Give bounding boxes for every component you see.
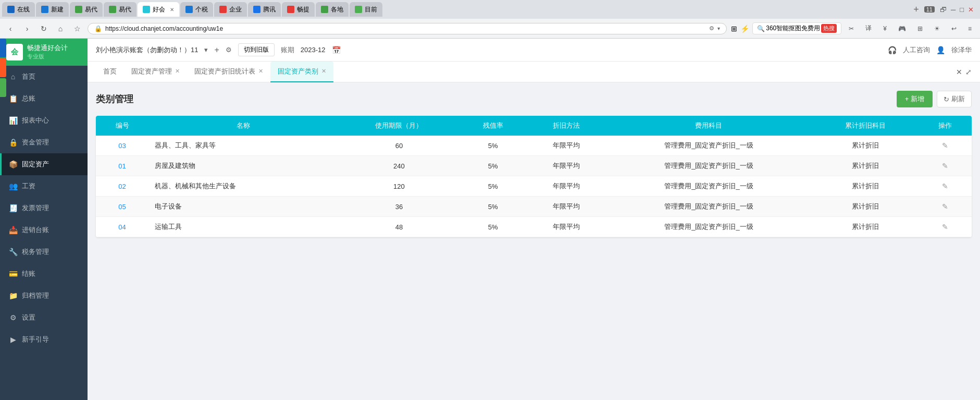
cell-residual: 5% <box>460 156 526 176</box>
sidebar-item-guide[interactable]: ▶新手引导 <box>0 329 88 350</box>
consult-label[interactable]: 人工咨询 <box>903 45 930 55</box>
sidebar-item-tax[interactable]: 🔧税务管理 <box>0 241 88 263</box>
cell-action[interactable]: ✎ <box>919 136 972 156</box>
app-tab-fixed-assets-mgmt[interactable]: 固定资产管理✕ <box>124 62 187 82</box>
cell-expense: 管理费用_固定资产折旧_一级 <box>606 176 812 197</box>
reload-button[interactable]: ↻ <box>38 22 50 35</box>
edit-btn-4[interactable]: ✎ <box>942 223 948 231</box>
expand-panel-btn[interactable]: ⤢ <box>965 68 972 76</box>
sidebar-item-payroll[interactable]: 👥工资 <box>0 175 88 197</box>
sidebar-label-ledger: 总账 <box>22 94 35 103</box>
maximize-window-btn[interactable]: □ <box>960 6 964 14</box>
settings-btn[interactable]: ⚙ <box>226 46 232 54</box>
sidebar-item-ledger[interactable]: 📋总账 <box>0 88 88 110</box>
calendar-icon[interactable]: 📅 <box>332 46 341 54</box>
browser-tab-t3[interactable]: 易代 <box>70 2 103 17</box>
layout-btn[interactable]: ⊞ <box>913 23 927 34</box>
browser-tab-t4[interactable]: 易代 <box>104 2 137 17</box>
back-button[interactable]: ‹ <box>4 22 17 35</box>
cell-method: 年限平均 <box>526 156 606 176</box>
page-title: 类别管理 <box>96 93 133 105</box>
site-settings-icon[interactable]: ⚙ <box>709 25 714 32</box>
browser-tab-t11[interactable]: 目前 <box>350 2 382 17</box>
left-tab-1[interactable] <box>0 39 6 57</box>
dropdown-arrow-icon[interactable]: ▾ <box>717 26 720 31</box>
edit-btn-2[interactable]: ✎ <box>942 182 948 190</box>
edit-btn-3[interactable]: ✎ <box>942 202 948 211</box>
sidebar-label-inventory: 进销台账 <box>22 225 49 235</box>
cell-code: 01 <box>96 156 148 176</box>
wallet-btn[interactable]: ¥ <box>879 23 891 34</box>
sidebar-item-inventory[interactable]: 📥进销台账 <box>0 219 88 241</box>
edit-btn-1[interactable]: ✎ <box>942 162 948 170</box>
user-name[interactable]: 徐泽华 <box>951 45 972 55</box>
left-tab-3[interactable] <box>0 78 6 97</box>
app-tab-close-depreciation-stats[interactable]: ✕ <box>258 68 263 75</box>
cell-action[interactable]: ✎ <box>919 197 972 217</box>
undo-btn[interactable]: ↩ <box>947 23 961 34</box>
close-window-btn[interactable]: ✕ <box>968 6 974 14</box>
browser-tab-t7[interactable]: 企业 <box>214 2 247 17</box>
cell-name: 器具、工具、家具等 <box>148 136 338 156</box>
sidebar-label-tax: 税务管理 <box>22 247 49 257</box>
edit-btn-0[interactable]: ✎ <box>942 141 948 150</box>
menu-btn[interactable]: ≡ <box>964 23 976 34</box>
app-tab-home[interactable]: 首页 <box>96 62 124 82</box>
forward-button[interactable]: › <box>21 22 33 35</box>
translate-btn[interactable]: 译 <box>861 22 876 34</box>
user-avatar-icon: 👤 <box>936 46 945 54</box>
extensions-icon[interactable]: ⚡ <box>740 25 749 33</box>
cell-action[interactable]: ✎ <box>919 156 972 176</box>
left-tab-2[interactable] <box>0 58 6 77</box>
home-button[interactable]: ⌂ <box>54 22 67 35</box>
sidebar-item-checkout[interactable]: 💳结账 <box>0 263 88 285</box>
devices-icon[interactable]: ⊞ <box>731 25 737 33</box>
address-bar[interactable]: 🔒 https://cloud.chanjet.com/accounting/u… <box>88 23 727 34</box>
sidebar-label-home: 首页 <box>22 72 35 81</box>
sidebar-item-fixed-assets[interactable]: 📦固定资产 <box>0 153 88 175</box>
search-bar[interactable]: 🔍 360智能抠图免费用 热搜 <box>752 22 841 34</box>
sidebar-item-home[interactable]: ⌂首页 <box>0 66 88 88</box>
app-tab-label-home: 首页 <box>103 67 117 76</box>
browser-tab-t2[interactable]: 新建 <box>36 2 69 17</box>
browser-actions: ⊞ ⚡ 🔍 360智能抠图免费用 热搜 ✂ 译 ¥ 🎮 ⊞ ☀ ↩ ≡ <box>731 22 976 34</box>
browser-tab-t6[interactable]: 个税 <box>180 2 213 17</box>
app-tab-close-fixed-assets-mgmt[interactable]: ✕ <box>175 68 180 75</box>
sidebar-item-settings[interactable]: ⚙设置 <box>0 307 88 329</box>
app-tab-category[interactable]: 固定资产类别✕ <box>270 62 333 82</box>
browser-tab-t9[interactable]: 畅提 <box>282 2 315 17</box>
cell-name: 电子设备 <box>148 197 338 217</box>
new-tab-button[interactable]: + <box>909 4 923 15</box>
browser-tab-t5[interactable]: 好会✕ <box>138 2 179 17</box>
sidebar-item-archive[interactable]: 📁归档管理 <box>0 285 88 307</box>
sidebar-item-invoices[interactable]: 🧾发票管理 <box>0 197 88 219</box>
sidebar-label-funds: 资金管理 <box>22 138 49 147</box>
tab-count-badge[interactable]: 11 <box>924 6 935 13</box>
bookmark-button[interactable]: ☆ <box>71 22 83 35</box>
browser-tab-t8[interactable]: 腾讯 <box>248 2 281 17</box>
app-tab-close-category[interactable]: ✕ <box>321 68 326 75</box>
logo-sub: 专业版 <box>27 53 68 60</box>
dropdown-arrow[interactable]: ▾ <box>204 46 208 54</box>
brightness-btn[interactable]: ☀ <box>930 23 944 34</box>
add-account-btn[interactable]: + <box>214 45 219 55</box>
refresh-btn[interactable]: ↻ 刷新 <box>937 91 972 107</box>
cell-action[interactable]: ✎ <box>919 176 972 197</box>
logo-text: 畅捷通好会计 <box>27 44 68 53</box>
app-tab-depreciation-stats[interactable]: 固定资产折旧统计表✕ <box>187 62 270 82</box>
cell-action[interactable]: ✎ <box>919 217 972 237</box>
game-btn[interactable]: 🎮 <box>894 23 910 34</box>
sidebar-label-checkout: 结账 <box>22 269 35 278</box>
minimize-window-btn[interactable]: ─ <box>951 6 956 14</box>
cell-expense: 管理费用_固定资产折旧_一级 <box>606 136 812 156</box>
browser-tab-t1[interactable]: 在线 <box>2 2 35 17</box>
page-content: 类别管理 + 新增 ↻ 刷新 编号名称使用期限（月）残值率折旧方法费用科目累计折… <box>88 82 980 400</box>
browser-tab-t10[interactable]: 各地 <box>316 2 349 17</box>
switch-view-btn[interactable]: 切到旧版 <box>238 43 275 56</box>
cut-btn[interactable]: ✂ <box>845 23 858 34</box>
sidebar-item-reports[interactable]: 📊报表中心 <box>0 110 88 131</box>
restore-window-btn[interactable]: 🗗 <box>940 6 947 14</box>
sidebar-item-funds[interactable]: 🔒资金管理 <box>0 131 88 153</box>
close-panel-btn[interactable]: ✕ <box>956 68 962 76</box>
add-btn[interactable]: + 新增 <box>897 91 933 107</box>
